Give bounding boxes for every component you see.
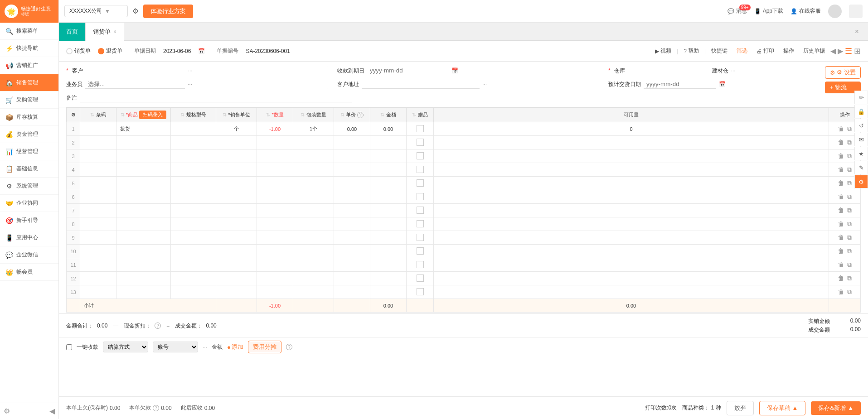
qty-cell-6[interactable] [257,204,293,217]
sidebar-item-sales[interactable]: 🏠 销售管理 [0,74,58,92]
tab-home[interactable]: 首页 [59,23,86,41]
spec-cell-9[interactable] [171,245,216,258]
barcode-cell-0[interactable] [80,122,116,136]
copy-row-btn-6[interactable]: ⧉ [846,206,853,215]
product-cell-10[interactable] [116,258,171,272]
sidebar-item-purchase[interactable]: 🛒 采购管理 [0,92,58,109]
rt-item-7[interactable]: ⚙ [854,175,868,188]
copy-row-btn-7[interactable]: ⧉ [846,219,853,229]
unit-price-cell-6[interactable] [334,204,370,217]
spec-cell-8[interactable] [171,231,216,245]
spec-cell-12[interactable] [171,285,216,299]
pkg-qty-cell-0[interactable]: 1个 [293,122,334,136]
date-calendar-icon[interactable]: 📅 [198,48,205,54]
barcode-cell-6[interactable] [80,204,116,217]
product-cell-7[interactable] [116,217,171,231]
copy-row-btn-1[interactable]: ⧉ [846,138,853,147]
qty-cell-7[interactable] [257,217,293,231]
gift-cell-4[interactable] [407,177,434,190]
product-cell-6[interactable] [116,204,171,217]
user-menu[interactable] [849,5,863,18]
salesperson-dots-icon[interactable]: ··· [188,81,192,87]
sidebar-item-quick-nav[interactable]: ⚡ 快捷导航 [0,40,58,57]
grid-view-btn[interactable]: ☰ [845,46,852,56]
unit-price-cell-3[interactable] [334,163,370,177]
unit-cell-10[interactable] [216,258,257,272]
sidebar-item-search[interactable]: 🔍 搜索菜单 [0,23,58,40]
rt-item-1[interactable]: ✏ [854,91,868,104]
amount-cell-3[interactable] [370,163,407,177]
history-btn[interactable]: 历史单据 [800,45,829,57]
product-cell-9[interactable] [116,245,171,258]
amount-cell-12[interactable] [370,285,407,299]
unit-cell-9[interactable] [216,245,257,258]
spec-cell-5[interactable] [171,190,216,204]
expected-date-input[interactable] [644,80,716,89]
delete-row-btn-2[interactable]: 🗑 [837,151,845,160]
qty-cell-2[interactable] [257,149,293,163]
pkg-qty-cell-11[interactable] [293,272,334,285]
shortcut-btn[interactable]: 快捷键 [708,45,731,57]
gift-cell-2[interactable] [407,149,434,163]
window-close-icon[interactable]: × [855,28,859,36]
barcode-cell-8[interactable] [80,231,116,245]
unit-cell-0[interactable]: 个 [216,122,257,136]
product-cell-0[interactable]: 拨货 [116,122,171,136]
barcode-cell-7[interactable] [80,217,116,231]
amount-cell-5[interactable] [370,190,407,204]
unit-price-cell-8[interactable] [334,231,370,245]
delete-row-btn-0[interactable]: 🗑 [837,124,845,133]
sidebar-collapse-icon[interactable]: ◀ [49,407,55,415]
sidebar-item-system[interactable]: ⚙ 系统管理 [0,178,58,195]
unit-price-cell-1[interactable] [334,136,370,149]
radio-sale-type[interactable]: 销货单 [66,47,91,55]
user-avatar[interactable] [828,5,842,18]
pkg-qty-cell-3[interactable] [293,163,334,177]
amount-cell-7[interactable] [370,217,407,231]
expected-date-calendar-icon[interactable]: 📅 [719,81,726,87]
sort-icon[interactable]: ⇅ [90,112,94,117]
add-payment-button[interactable]: ● 添加 [227,343,243,351]
qty-cell-4[interactable] [257,177,293,190]
barcode-cell-4[interactable] [80,177,116,190]
gift-cell-0[interactable] [407,122,434,136]
customer-input[interactable] [86,66,185,75]
delete-row-btn-11[interactable]: 🗑 [837,274,845,283]
trial-plan-button[interactable]: 体验行业方案 [143,5,193,18]
product-cell-8[interactable] [116,231,171,245]
gift-cell-1[interactable] [407,136,434,149]
unit-cell-1[interactable] [216,136,257,149]
spec-cell-3[interactable] [171,163,216,177]
warehouse-dots-icon[interactable]: ··· [731,67,736,74]
unit-cell-8[interactable] [216,231,257,245]
unit-cell-4[interactable] [216,177,257,190]
payment-dots-icon[interactable]: ··· [203,344,207,350]
pkg-qty-cell-12[interactable] [293,285,334,299]
copy-row-btn-3[interactable]: ⧉ [846,165,853,174]
qty-cell-11[interactable] [257,272,293,285]
delete-row-btn-5[interactable]: 🗑 [837,192,845,201]
unit-price-cell-0[interactable]: 0.00 [334,122,370,136]
barcode-cell-9[interactable] [80,245,116,258]
unit-price-help-icon[interactable]: ? [357,112,364,118]
gift-cell-9[interactable] [407,245,434,258]
unit-price-cell-4[interactable] [334,177,370,190]
sidebar-item-management[interactable]: 📊 经营管理 [0,143,58,160]
unit-cell-3[interactable] [216,163,257,177]
qty-cell-10[interactable] [257,258,293,272]
rt-item-3[interactable]: ↺ [854,119,868,132]
pkg-qty-cell-1[interactable] [293,136,334,149]
discount-help-icon[interactable]: ? [155,323,161,329]
unit-cell-11[interactable] [216,272,257,285]
barcode-cell-10[interactable] [80,258,116,272]
tab-sales-order[interactable]: 销货单 × [86,23,124,41]
sidebar-item-member[interactable]: 👑 畅会员 [0,264,58,281]
sidebar-item-wechat[interactable]: 💬 企业微信 [0,246,58,264]
unit-price-cell-9[interactable] [334,245,370,258]
delete-row-btn-1[interactable]: 🗑 [837,138,845,147]
pkg-qty-cell-7[interactable] [293,217,334,231]
remark-input[interactable] [80,93,352,102]
copy-row-btn-10[interactable]: ⧉ [846,260,853,270]
unit-price-cell-11[interactable] [334,272,370,285]
gift-cell-12[interactable] [407,285,434,299]
